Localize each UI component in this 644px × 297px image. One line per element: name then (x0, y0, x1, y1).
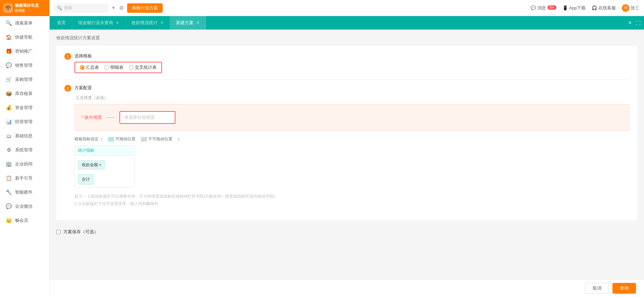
download-action[interactable]: 📱 App下载 (562, 5, 586, 11)
radio-cross[interactable]: 交叉统计表 (129, 64, 157, 70)
industry-btn[interactable]: 体验行业方案 (127, 3, 163, 13)
settings-card: 1 选择模板 汇总表 明细表 (56, 46, 637, 220)
user-avatar: 用 (622, 4, 629, 12)
sidebar-logo: 🐯 畅捷通好生意 标准版 (0, 0, 49, 16)
content-area: 收款情况统计方案设置 1 选择模板 汇总表 (50, 30, 644, 279)
enterprise-icon: 🏢 (6, 161, 12, 167)
sidebar-item-sales[interactable]: 💬 销售管理 (0, 58, 49, 72)
indicator-table: 统计指标 收款金额 ▾ 合计 (74, 145, 135, 188)
radio-detail-label: 明细表 (110, 64, 123, 70)
radio-summary-label: 汇总表 (86, 64, 99, 70)
tab-collection-stat[interactable]: 收款情况统计 ✕ (125, 16, 170, 30)
dimension-selector[interactable]: 请选择分组维度 (119, 111, 175, 124)
sidebar-item-wechat[interactable]: 💬 企业微信 (0, 199, 49, 213)
radio-detail[interactable]: 明细表 (104, 64, 123, 70)
tab-bank-flow[interactable]: 现金银行流水查询 ✕ (72, 16, 125, 30)
sidebar-item-operation[interactable]: 📊 经营管理 (0, 115, 49, 129)
sidebar-item-label: 系统管理 (15, 147, 33, 153)
service-label: 在线客服 (598, 5, 616, 11)
main-area: 🔍 搜索 ▼ ⚙ 体验行业方案 💬 消息 99+ 📱 App下载 🎧 在线客服 … (50, 0, 644, 297)
save-checkbox[interactable] (56, 230, 61, 234)
tab-bar: 首页 现金银行流水查询 ✕ 收款情况统计 ✕ 新建方案 ✕ ✕ ⛶ (50, 16, 644, 30)
sidebar-item-system[interactable]: ⚙ 系统管理 (0, 143, 49, 157)
search-menu-icon: 🔍 (6, 20, 12, 26)
cancel-button[interactable]: 取消 (585, 283, 609, 294)
legend-nodrag-label: 不可拖动位置 (148, 136, 172, 142)
sidebar-item-inventory[interactable]: 📦 库存核算 (0, 87, 49, 101)
top-bar: 🔍 搜索 ▼ ⚙ 体验行业方案 💬 消息 99+ 📱 App下载 🎧 在线客服 … (50, 0, 644, 16)
newbie-icon: 📋 (6, 175, 12, 181)
tab-home-label: 首页 (57, 20, 66, 26)
indicators-legend-suffix: ） (178, 136, 182, 142)
indicator-chip-amount[interactable]: 收款金额 ▾ (78, 160, 105, 169)
sidebar-item-hardware[interactable]: 🔧 智能硬件 (0, 185, 49, 199)
purchase-icon: 🛒 (6, 77, 12, 83)
service-action[interactable]: 🎧 在线客服 (592, 5, 616, 11)
operation-icon: 📊 (6, 119, 12, 125)
search-box[interactable]: 🔍 搜索 (54, 3, 108, 13)
sidebar: 🐯 畅捷通好生意 标准版 🔍 搜索菜单 🏠 快捷导航 🎁 营销推广 💬 销售管理… (0, 0, 50, 297)
service-icon: 🎧 (592, 5, 597, 10)
tab-close-all-icon[interactable]: ✕ (628, 20, 632, 26)
basic-info-icon: 🗂 (6, 133, 12, 139)
template-select-box: 汇总表 明细表 交叉统计表 (74, 62, 162, 73)
notification-action[interactable]: 💬 消息 99+ (531, 5, 556, 11)
dimension-config: 汇总维度（必选） * 纵向维度 —— 请选择分组维度 (74, 95, 629, 131)
tab-new-plan-close-icon[interactable]: ✕ (196, 20, 200, 25)
user-name: 张三 (631, 5, 639, 11)
sidebar-item-label: 新手引导 (15, 175, 33, 181)
settings-gear-icon[interactable]: ⚙ (119, 5, 124, 11)
radio-summary-circle (80, 65, 85, 70)
tip-2-text: 2.点击标题栏下拉可设置排序、插入列和删除列 (74, 200, 158, 208)
sidebar-item-basic-info[interactable]: 🗂 基础信息 (0, 129, 49, 143)
query-button[interactable]: 查询 (612, 283, 636, 294)
user-action[interactable]: 用 张三 (622, 4, 639, 12)
step1-title: 选择模板 (74, 53, 162, 59)
system-icon: ⚙ (6, 147, 12, 153)
indicators-legend-prefix: 模板指标设定（ (74, 136, 103, 142)
indicator-group-label: 统计指标 (75, 146, 135, 156)
top-bar-right: 💬 消息 99+ 📱 App下载 🎧 在线客服 用 张三 (531, 4, 639, 12)
sidebar-item-search-menu[interactable]: 🔍 搜索菜单 (0, 16, 49, 30)
sidebar-item-label: 资金管理 (15, 105, 33, 111)
sidebar-item-label: 智能硬件 (15, 189, 33, 195)
sales-icon: 💬 (6, 62, 12, 68)
search-placeholder: 搜索 (64, 5, 72, 11)
sidebar-item-newbie[interactable]: 📋 新手引导 (0, 171, 49, 185)
tip-1: 提示： 1.拖动标题栏可以调整布局，不可跨维度或指标区域拖动栏目字段(只能在同一… (74, 193, 629, 200)
legend-nodrag: 不可拖动位置 (141, 136, 172, 142)
tab-bar-actions: ✕ ⛶ (628, 16, 644, 30)
sidebar-item-quick-nav[interactable]: 🏠 快捷导航 (0, 30, 49, 44)
notification-icon: 💬 (531, 5, 536, 10)
sidebar-item-marketing[interactable]: 🎁 营销推广 (0, 44, 49, 58)
sidebar-item-label: 经营管理 (15, 119, 33, 125)
sidebar-item-purchase[interactable]: 🛒 采购管理 (0, 72, 49, 87)
radio-summary[interactable]: 汇总表 (80, 64, 99, 70)
sidebar-item-label: 企业协同 (15, 161, 33, 167)
tip-2: 2.点击标题栏下拉可设置排序、插入列和删除列 (74, 200, 629, 208)
hardware-icon: 🔧 (6, 189, 12, 195)
sidebar-item-enterprise[interactable]: 🏢 企业协同 (0, 157, 49, 171)
sidebar-item-label: 营销推广 (15, 48, 33, 54)
step1-section: 1 选择模板 汇总表 明细表 (64, 52, 629, 73)
step2-badge: 2 (64, 85, 71, 92)
indicators-section: 模板指标设定（ 可拖动位置 不可拖动位置 ） (74, 136, 629, 188)
vertical-dimension-label: * 纵向维度 (82, 114, 102, 120)
tab-new-plan[interactable]: 新建方案 ✕ (170, 16, 206, 30)
sidebar-item-finance[interactable]: 💰 资金管理 (0, 101, 49, 115)
sidebar-item-label: 畅会员 (15, 217, 28, 224)
dimension-row: * 纵向维度 —— 请选择分组维度 (82, 111, 622, 124)
indicator-chip-label: 收款金额 (82, 162, 98, 168)
tab-collection-stat-label: 收款情况统计 (131, 20, 158, 26)
tab-bank-flow-close-icon[interactable]: ✕ (116, 20, 119, 25)
notification-badge: 99+ (547, 5, 556, 10)
tab-maximize-icon[interactable]: ⛶ (636, 20, 641, 26)
bottom-action-bar: 取消 查询 (50, 279, 644, 297)
tab-collection-stat-close-icon[interactable]: ✕ (160, 20, 164, 25)
sidebar-item-vip[interactable]: 👑 畅会员 (0, 213, 49, 228)
tab-home[interactable]: 首页 (50, 16, 72, 30)
dropdown-arrow-icon[interactable]: ▼ (111, 5, 116, 10)
sidebar-item-label: 基础信息 (15, 133, 33, 139)
save-label: 方案保存（可选） (63, 229, 98, 235)
gift-icon: 🎁 (6, 48, 12, 54)
